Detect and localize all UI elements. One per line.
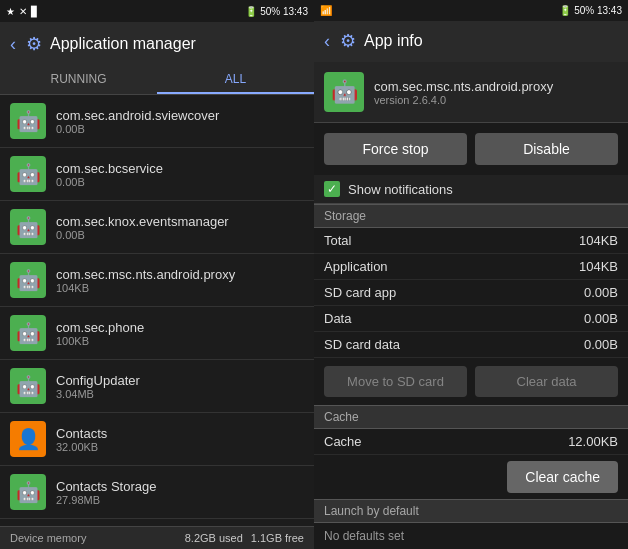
app-name: com.sec.msc.nts.android.proxy xyxy=(56,267,235,282)
app-icon-proxy: 🤖 xyxy=(10,262,46,298)
move-to-sd-button[interactable]: Move to SD card xyxy=(324,366,467,397)
list-item[interactable]: 🤖 com.sec.android.sviewcover 0.00B xyxy=(0,95,314,148)
app-icon-knox: 🤖 xyxy=(10,209,46,245)
right-status-right: 🔋 50% 13:43 xyxy=(559,5,622,16)
app-name: ConfigUpdater xyxy=(56,373,140,388)
storage-sdcard-value: 0.00B xyxy=(584,285,618,300)
storage-total-value: 104KB xyxy=(579,233,618,248)
storage-app-label: Application xyxy=(324,259,388,274)
back-arrow-icon[interactable]: ‹ xyxy=(10,34,16,55)
storage-sdcard-data-label: SD card data xyxy=(324,337,400,352)
list-item[interactable]: 👤 Contacts 32.00KB xyxy=(0,413,314,466)
app-name: Contacts xyxy=(56,426,107,441)
app-info-header: 🤖 com.sec.msc.nts.android.proxy version … xyxy=(314,62,628,123)
app-name: com.sec.knox.eventsmanager xyxy=(56,214,229,229)
app-info-bcservice: com.sec.bcservice 0.00B xyxy=(56,161,163,188)
right-time: 50% 13:43 xyxy=(574,5,622,16)
app-package-name: com.sec.msc.nts.android.proxy xyxy=(374,79,553,94)
app-name: com.sec.bcservice xyxy=(56,161,163,176)
app-size: 32.00KB xyxy=(56,441,107,453)
app-info-sviewcover: com.sec.android.sviewcover 0.00B xyxy=(56,108,219,135)
right-header-title: App info xyxy=(364,32,423,50)
right-settings-icon: ⚙ xyxy=(340,30,356,52)
clear-cache-row: Clear cache xyxy=(314,455,628,499)
app-name: Contacts Storage xyxy=(56,479,156,494)
app-manager-tabs: RUNNING ALL xyxy=(0,66,314,95)
mute-icon: ✕ xyxy=(19,6,27,17)
settings-icon: ⚙ xyxy=(26,33,42,55)
storage-app-value: 104KB xyxy=(579,259,618,274)
list-item[interactable]: 🤖 Contacts Storage 27.98MB xyxy=(0,466,314,519)
notifications-label: Show notifications xyxy=(348,182,453,197)
app-name: com.sec.phone xyxy=(56,320,144,335)
device-memory-bar: Device memory 8.2GB used 1.1GB free xyxy=(0,526,314,549)
right-status-left: 📶 xyxy=(320,5,332,16)
list-item[interactable]: 🤖 com.sec.bcservice 0.00B xyxy=(0,148,314,201)
app-icon-phone: 🤖 xyxy=(10,315,46,351)
right-status-bar: 📶 🔋 50% 13:43 xyxy=(314,0,628,21)
storage-sdcard-row: SD card app 0.00B xyxy=(314,280,628,306)
tab-all[interactable]: ALL xyxy=(157,66,314,94)
storage-data-row: Data 0.00B xyxy=(314,306,628,332)
signal-icon: ▊ xyxy=(31,6,39,17)
app-icon-configupdater: 🤖 xyxy=(10,368,46,404)
storage-total-row: Total 104KB xyxy=(314,228,628,254)
app-info-proxy: com.sec.msc.nts.android.proxy 104KB xyxy=(56,267,235,294)
storage-app-row: Application 104KB xyxy=(314,254,628,280)
app-icon-bcservice: 🤖 xyxy=(10,156,46,192)
tab-running[interactable]: RUNNING xyxy=(0,66,157,94)
launch-default-text: No defaults set xyxy=(314,523,628,549)
app-info-knox: com.sec.knox.eventsmanager 0.00B xyxy=(56,214,229,241)
app-size: 3.04MB xyxy=(56,388,140,400)
battery-icon: 🔋 xyxy=(245,6,257,17)
clear-cache-button[interactable]: Clear cache xyxy=(507,461,618,493)
app-icon-contacts: 👤 xyxy=(10,421,46,457)
app-size: 0.00B xyxy=(56,176,163,188)
memory-values: 8.2GB used 1.1GB free xyxy=(185,532,304,544)
app-icon-contacts-storage: 🤖 xyxy=(10,474,46,510)
cache-label: Cache xyxy=(324,434,362,449)
right-wifi-icon: 📶 xyxy=(320,5,332,16)
status-right-info: 🔋 50% 13:43 xyxy=(245,6,308,17)
list-item[interactable]: 🤖 com.sec.knox.eventsmanager 0.00B xyxy=(0,201,314,254)
list-item[interactable]: 🤖 ConfigUpdater 3.04MB xyxy=(0,360,314,413)
cache-section-header: Cache xyxy=(314,405,628,429)
bluetooth-icon: ★ xyxy=(6,6,15,17)
clear-data-button[interactable]: Clear data xyxy=(475,366,618,397)
notifications-checkbox[interactable]: ✓ xyxy=(324,181,340,197)
list-item[interactable]: 🤖 com.sec.msc.nts.android.proxy 104KB xyxy=(0,254,314,307)
storage-action-buttons: Move to SD card Clear data xyxy=(314,358,628,405)
app-detail-icon: 🤖 xyxy=(324,72,364,112)
app-detail-text: com.sec.msc.nts.android.proxy version 2.… xyxy=(374,79,553,106)
app-info-contacts-storage: Contacts Storage 27.98MB xyxy=(56,479,156,506)
notifications-row[interactable]: ✓ Show notifications xyxy=(314,175,628,204)
right-header: ‹ ⚙ App info xyxy=(314,21,628,62)
storage-sdcard-data-row: SD card data 0.00B xyxy=(314,332,628,358)
force-stop-button[interactable]: Force stop xyxy=(324,133,467,165)
left-header-title: Application manager xyxy=(50,35,196,53)
left-header: ‹ ⚙ Application manager xyxy=(0,22,314,66)
right-battery-icon: 🔋 xyxy=(559,5,571,16)
storage-data-label: Data xyxy=(324,311,351,326)
app-version: version 2.6.4.0 xyxy=(374,94,553,106)
app-size: 0.00B xyxy=(56,123,219,135)
storage-section-header: Storage xyxy=(314,204,628,228)
right-panel: 📶 🔋 50% 13:43 ‹ ⚙ App info 🤖 com.sec.msc… xyxy=(314,0,628,549)
right-back-arrow-icon[interactable]: ‹ xyxy=(324,31,330,52)
app-size: 100KB xyxy=(56,335,144,347)
battery-percent: 50% 13:43 xyxy=(260,6,308,17)
device-memory-label: Device memory xyxy=(10,532,86,544)
app-size: 104KB xyxy=(56,282,235,294)
disable-button[interactable]: Disable xyxy=(475,133,618,165)
app-size: 27.98MB xyxy=(56,494,156,506)
app-name: com.sec.android.sviewcover xyxy=(56,108,219,123)
list-item[interactable]: 🤖 com.sec.phone 100KB xyxy=(0,307,314,360)
app-action-buttons: Force stop Disable xyxy=(314,123,628,175)
status-left-icons: ★ ✕ ▊ xyxy=(6,6,39,17)
app-list: 🤖 com.sec.android.sviewcover 0.00B 🤖 com… xyxy=(0,95,314,526)
storage-data-value: 0.00B xyxy=(584,311,618,326)
storage-total-label: Total xyxy=(324,233,351,248)
app-info-configupdater: ConfigUpdater 3.04MB xyxy=(56,373,140,400)
cache-row: Cache 12.00KB xyxy=(314,429,628,455)
app-icon-sviewcover: 🤖 xyxy=(10,103,46,139)
